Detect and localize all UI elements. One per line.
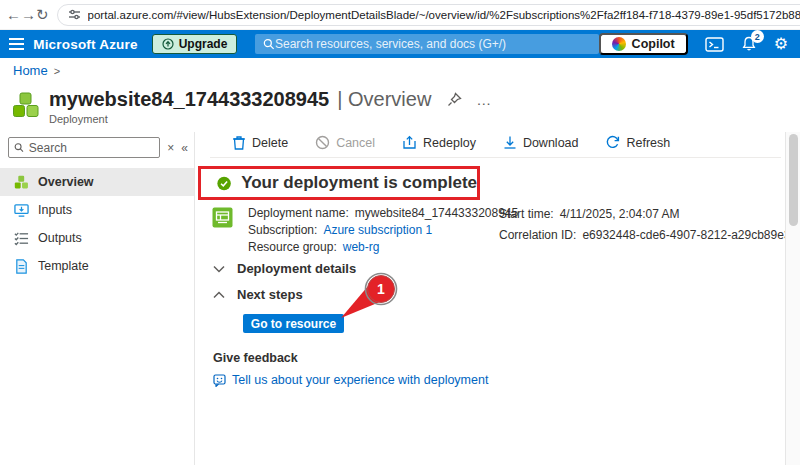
download-button[interactable]: Download — [503, 135, 579, 150]
cancel-button[interactable]: Cancel — [315, 135, 375, 150]
subscription-link[interactable]: Azure subscription 1 — [323, 223, 432, 237]
refresh-icon — [605, 135, 620, 150]
browser-reload-icon[interactable]: ↻ — [36, 6, 49, 24]
sidebar-item-label: Overview — [38, 175, 94, 189]
copilot-label: Copilot — [632, 37, 675, 51]
tool-label: Download — [523, 136, 579, 150]
start-time-value: 4/11/2025, 2:04:07 AM — [560, 207, 680, 221]
template-deployment-icon — [212, 207, 233, 228]
vertical-scrollbar[interactable] — [785, 132, 800, 465]
deployment-overview-pane: Delete Cancel Redeploy Download — [196, 132, 785, 465]
hamburger-menu-icon[interactable] — [0, 38, 33, 50]
feedback-link-label: Tell us about your experience with deplo… — [232, 373, 488, 387]
sidebar-item-template[interactable]: Template — [0, 252, 194, 280]
copilot-button[interactable]: Copilot — [599, 33, 688, 55]
trash-icon — [232, 135, 246, 150]
browser-forward-icon[interactable]: → — [21, 6, 36, 23]
site-info-icon[interactable] — [68, 8, 81, 21]
copilot-icon — [612, 37, 626, 51]
redeploy-icon — [402, 135, 417, 150]
correlation-id-value: e6932448-cde6-4907-8212-a29cb89e3a51 — [582, 228, 800, 242]
success-check-icon — [217, 173, 231, 194]
deployment-status-message: Your deployment is complete — [241, 173, 477, 193]
breadcrumb: Home > — [13, 63, 60, 78]
inputs-icon — [14, 203, 29, 218]
divider — [210, 157, 781, 158]
tool-label: Redeploy — [423, 136, 476, 150]
feedback-heading: Give feedback — [213, 351, 298, 365]
field-label: Correlation ID: — [499, 228, 576, 242]
sidebar-item-inputs[interactable]: Inputs — [0, 196, 194, 224]
scrollbar-thumb[interactable] — [789, 134, 798, 226]
deployment-cubes-icon — [12, 92, 40, 123]
section-label: Deployment details — [237, 261, 356, 276]
azure-brand[interactable]: Microsoft Azure — [33, 37, 138, 52]
page-header: mywebsite84_1744333208945 | Overview … D… — [12, 88, 492, 125]
page-subtitle: Deployment — [49, 113, 492, 125]
tool-label: Cancel — [336, 136, 375, 150]
url-text: portal.azure.com/#view/HubsExtension/Dep… — [88, 9, 800, 21]
chevron-up-icon — [213, 291, 225, 299]
collapse-sidebar-icon[interactable]: « — [181, 141, 188, 155]
chevron-down-icon — [213, 265, 225, 273]
azure-portal-window: ← → ↻ portal.azure.com/#view/HubsExtensi… — [0, 0, 800, 465]
field-label: Subscription: — [248, 223, 317, 237]
sidebar-item-label: Template — [38, 259, 89, 273]
go-to-resource-button[interactable]: Go to resource — [243, 314, 344, 333]
tool-label: Refresh — [626, 136, 670, 150]
upgrade-label: Upgrade — [179, 37, 228, 51]
azure-top-bar: Microsoft Azure Upgrade Copilot — [0, 30, 800, 58]
next-steps-toggle[interactable]: Next steps — [213, 287, 303, 302]
deployment-essentials: Deployment name: mywebsite84_17443332089… — [212, 206, 518, 254]
template-icon — [14, 259, 29, 274]
outputs-icon — [14, 231, 29, 246]
command-bar: Delete Cancel Redeploy Download — [232, 135, 670, 150]
address-bar[interactable]: portal.azure.com/#view/HubsExtension/Dep… — [57, 4, 800, 26]
field-label: Deployment name: — [248, 206, 349, 220]
upgrade-button[interactable]: Upgrade — [152, 34, 238, 54]
pin-icon[interactable] — [447, 92, 462, 107]
deployment-details-toggle[interactable]: Deployment details — [213, 261, 356, 276]
field-label: Start time: — [499, 207, 554, 221]
more-options-icon[interactable]: … — [476, 91, 492, 108]
resource-group-link[interactable]: web-rg — [343, 240, 380, 254]
tool-label: Delete — [252, 136, 288, 150]
search-icon — [263, 38, 275, 50]
page-title: mywebsite84_1744333208945 — [49, 88, 329, 111]
page-title-suffix: | Overview — [337, 88, 431, 111]
block-icon — [315, 135, 330, 150]
feedback-smiley-icon — [213, 374, 226, 387]
deployment-name-value: mywebsite84_1744333208945 — [355, 206, 518, 220]
section-label: Next steps — [237, 287, 303, 302]
redeploy-button[interactable]: Redeploy — [402, 135, 476, 150]
browser-chrome: ← → ↻ portal.azure.com/#view/HubsExtensi… — [0, 0, 800, 30]
sidebar-item-label: Outputs — [38, 231, 82, 245]
global-search-input[interactable] — [275, 37, 591, 51]
sidebar: × « Overview Inputs Outputs — [0, 132, 195, 465]
sidebar-search-input[interactable] — [29, 141, 154, 155]
refresh-button[interactable]: Refresh — [605, 135, 670, 150]
sidebar-item-outputs[interactable]: Outputs — [0, 224, 194, 252]
breadcrumb-home-link[interactable]: Home — [13, 63, 48, 78]
feedback-link[interactable]: Tell us about your experience with deplo… — [213, 373, 488, 387]
sidebar-item-label: Inputs — [38, 203, 72, 217]
sidebar-item-overview[interactable]: Overview — [0, 168, 194, 196]
browser-back-icon[interactable]: ← — [6, 6, 21, 23]
search-icon — [14, 142, 24, 153]
delete-button[interactable]: Delete — [232, 135, 288, 150]
annotation-highlight-box: Your deployment is complete — [198, 166, 480, 200]
cloud-shell-icon[interactable] — [705, 37, 724, 52]
overview-cubes-icon — [14, 175, 29, 190]
field-label: Resource group: — [248, 240, 337, 254]
upgrade-arrow-icon — [162, 38, 174, 50]
notifications-bell-icon[interactable]: 2 — [741, 36, 757, 52]
breadcrumb-separator: > — [54, 65, 60, 77]
clear-search-icon[interactable]: × — [167, 141, 174, 155]
settings-gear-icon[interactable]: ⚙ — [774, 36, 788, 52]
notification-badge: 2 — [751, 30, 764, 43]
sidebar-search[interactable] — [8, 137, 160, 158]
download-icon — [503, 135, 517, 150]
global-search[interactable] — [255, 34, 598, 54]
